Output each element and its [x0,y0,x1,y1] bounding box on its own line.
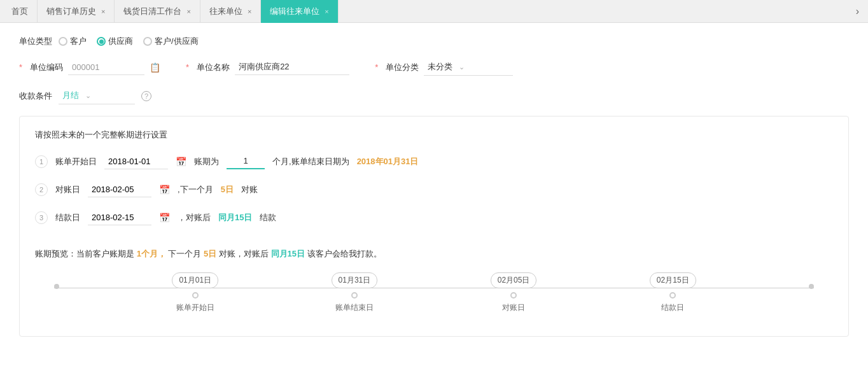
period-settings-box: 请按照未来的一个完整帐期进行设置 1 账单开始日 📅 账期为 个月,账单结束日期… [19,116,849,337]
step2-label: 对账日 [55,184,80,195]
step3-end-label: 结款 [260,212,276,223]
class-select[interactable]: 未分类 ⌄ [424,59,513,76]
radio-supplier[interactable]: 供应商 [97,36,133,47]
timeline-start-point [54,284,59,289]
tab-edit-partner[interactable]: 编辑往来单位 × [261,0,338,23]
step3-row: 3 结款日 📅 ，对账后 同月15日 结款 [35,210,833,225]
unit-type-label: 单位类型 [19,36,52,47]
step1-period-label: 账期为 [194,156,219,167]
code-input[interactable] [68,60,144,75]
step1-date-input[interactable] [104,154,168,169]
payment-row: 收款条件 月结 ⌄ ? [19,87,849,104]
help-icon[interactable]: ? [141,91,151,101]
code-label: 单位编码 [30,62,63,73]
timeline-label-4: 结款日 [661,302,684,313]
timeline-nodes: 01月01日 账单开始日 01月31日 账单结束日 02月05日 [54,272,814,313]
class-label: 单位分类 [386,62,419,73]
step2-after-label: 对账 [241,184,258,195]
timeline-date-3: 02月05日 [491,272,537,288]
payment-select[interactable]: 月结 ⌄ [59,87,135,104]
preview-same15: 同月15日 [271,249,305,258]
step2-row: 2 对账日 📅 ,下一个月 5日 对账 [35,182,833,197]
close-tab-edit-partner[interactable]: × [325,8,328,15]
timeline-node-3: 02月05日 对账日 [491,272,537,313]
timeline-dot-2 [351,292,358,299]
name-star: * [186,62,189,72]
radio-customer[interactable]: 客户 [59,36,87,47]
radio-customer-supplier[interactable]: 客户/供应商 [143,36,199,47]
step1-label: 账单开始日 [55,156,97,167]
step2-date-input[interactable] [88,182,151,197]
step3-label: 结款日 [55,212,80,223]
timeline-dot-1 [192,292,199,299]
preview-day5: 5日 [204,249,216,258]
timeline-label-1: 账单开始日 [176,302,214,313]
step1-period-unit: 个月,账单结束日期为 [272,156,349,167]
tab-more-button[interactable]: › [850,6,865,17]
radio-circle-both [143,37,152,46]
close-tab-sales[interactable]: × [101,8,105,15]
step3-num: 3 [35,211,48,224]
name-label: 单位名称 [197,62,230,73]
timeline-dot-4 [669,292,676,299]
timeline-date-4: 02月15日 [650,272,696,288]
timeline-node-4: 02月15日 结款日 [650,272,696,313]
step2-next-label: ,下一个月 [178,184,213,195]
timeline-dot-3 [510,292,517,299]
timeline-label-2: 账单结束日 [335,302,374,313]
preview-period: 1个月， [137,249,166,258]
tab-cashier[interactable]: 钱货日清工作台 × [115,0,200,23]
tab-home[interactable]: 首页 [3,0,38,23]
timeline-node-2: 01月31日 账单结束日 [332,272,378,313]
payment-chevron-icon: ⌄ [85,92,91,100]
class-star: * [375,62,378,72]
payment-label: 收款条件 [19,90,52,102]
class-group: * 单位分类 未分类 ⌄ [375,59,513,76]
timeline-end-point [809,284,814,289]
step2-calendar-icon[interactable]: 📅 [159,185,170,195]
unit-type-row: 单位类型 客户 供应商 客户/供应商 [19,36,849,47]
name-input[interactable] [235,60,349,75]
name-group: * 单位名称 [186,60,349,75]
close-tab-partners[interactable]: × [248,8,251,15]
preview-section: 账期预览：当前客户账期是 1个月， 下一个月 5日 对账，对账后 同月15日 该… [35,238,833,323]
code-name-row: * 单位编码 📋 * 单位名称 * 单位分类 未分类 ⌄ [19,59,849,76]
code-group: * 单位编码 📋 [19,60,160,75]
step1-period-input[interactable] [227,153,265,169]
unit-type-radio-group: 客户 供应商 客户/供应商 [59,36,199,47]
radio-circle-supplier [97,37,106,46]
timeline-node-1: 01月01日 账单开始日 [172,272,218,313]
tab-bar: 首页 销售订单历史 × 钱货日清工作台 × 往来单位 × 编辑往来单位 × › [0,0,868,23]
copy-icon[interactable]: 📋 [150,62,160,73]
step1-num: 1 [35,155,48,168]
step1-end-date: 2018年01月31日 [357,156,419,167]
timeline-date-1: 01月01日 [172,272,218,288]
step1-calendar-icon[interactable]: 📅 [176,157,186,167]
code-star: * [19,62,22,72]
section-title: 请按照未来的一个完整帐期进行设置 [35,129,833,141]
timeline-start-dot [54,284,59,289]
step3-date-input[interactable] [88,210,151,225]
preview-text: 账期预览：当前客户账期是 1个月， 下一个月 5日 对账，对账后 同月15日 该… [35,248,833,260]
step3-same-month: 同月15日 [218,212,252,223]
main-content: 单位类型 客户 供应商 客户/供应商 * 单位编码 📋 * 单位名称 [0,23,868,387]
step3-after-label: ，对账后 [178,212,211,223]
tab-partners[interactable]: 往来单位 × [200,0,261,23]
radio-circle-customer [59,37,67,46]
timeline-label-3: 对账日 [502,302,525,313]
class-chevron-icon: ⌄ [459,63,465,71]
step2-num: 2 [35,183,48,196]
timeline-end-dot [809,284,814,289]
step3-calendar-icon[interactable]: 📅 [159,213,170,223]
tab-sales-history[interactable]: 销售订单历史 × [38,0,115,23]
step1-row: 1 账单开始日 📅 账期为 个月,账单结束日期为 2018年01月31日 [35,153,833,169]
timeline-date-2: 01月31日 [332,272,378,288]
close-tab-cashier[interactable]: × [186,8,190,15]
step2-next-day: 5日 [221,184,234,195]
timeline-container: 01月01日 账单开始日 01月31日 账单结束日 02月05日 [35,272,833,313]
